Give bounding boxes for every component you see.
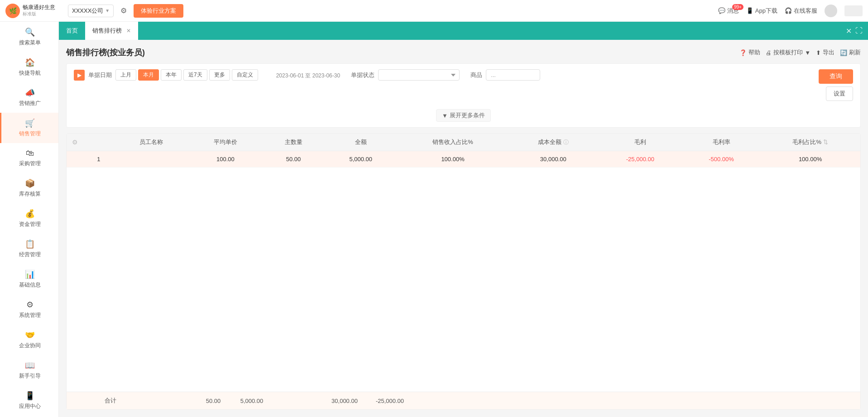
- sales-icon: 🛒: [25, 118, 35, 128]
- service-label: 在线客服: [794, 7, 817, 15]
- filter-toggle-btn[interactable]: ▶: [74, 70, 85, 81]
- settings-icon[interactable]: ⚙: [117, 5, 130, 17]
- footer-avg-price: [150, 398, 195, 404]
- refresh-btn[interactable]: 🔄 刷新: [840, 48, 861, 57]
- col-employee: 员工名称: [114, 134, 188, 151]
- sidebar-label-home: 快捷导航: [19, 69, 41, 77]
- maximize-icon[interactable]: ⛶: [855, 27, 863, 35]
- app-download-btn[interactable]: 📱 App下载: [746, 7, 777, 15]
- company-name: XXXXX公司: [72, 7, 103, 15]
- help-icon: ❓: [739, 49, 747, 56]
- sidebar-item-inventory[interactable]: 📦 库存核算: [0, 173, 58, 203]
- footer-sales-pct: [272, 398, 322, 404]
- print-btn[interactable]: 🖨 按模板打印 ▼: [766, 48, 810, 57]
- footer-label: 合计: [105, 397, 150, 405]
- logo-text: 畅康通好生意: [23, 4, 55, 11]
- sidebar-item-sales[interactable]: 🛒 销售管理: [0, 113, 58, 143]
- page-actions: ❓ 帮助 🖨 按模板打印 ▼ ⬆ 导出 🔄 刷新: [739, 48, 861, 57]
- row-avg-price: 100.00: [188, 151, 263, 168]
- export-btn[interactable]: ⬆ 导出: [816, 48, 834, 57]
- status-select[interactable]: [378, 69, 460, 81]
- date-range-display: 2023-06-01 至 2023-06-30: [276, 72, 340, 80]
- marketing-icon: 📣: [25, 88, 35, 98]
- system-icon: ⚙: [26, 300, 34, 310]
- table-footer: 合计 50.00 5,000.00 30,000.00 -25,000.00: [67, 392, 860, 409]
- row-main-qty: 50.00: [263, 151, 324, 168]
- tab-close-icon[interactable]: ✕: [126, 28, 131, 34]
- sidebar-label-management: 经营管理: [19, 251, 41, 259]
- footer-gross-rate: [412, 398, 453, 404]
- sidebar-item-search[interactable]: 🔍 搜索菜单: [0, 22, 58, 52]
- help-btn[interactable]: ❓ 帮助: [739, 48, 760, 57]
- sidebar-item-home[interactable]: 🏠 快捷导航: [0, 52, 58, 82]
- management-icon: 📋: [25, 239, 35, 249]
- headset-icon: 🎧: [785, 7, 792, 14]
- guide-icon: 📖: [25, 360, 35, 370]
- online-service-btn[interactable]: 🎧 在线客服: [785, 7, 817, 15]
- sidebar-item-system[interactable]: ⚙ 系统管理: [0, 294, 58, 325]
- message-btn[interactable]: 💬 消息 99+: [718, 7, 739, 15]
- expand-icon: ▼: [442, 112, 448, 119]
- row-settings-col: [67, 151, 83, 168]
- sidebar-item-purchase[interactable]: 🛍 采购管理: [0, 143, 58, 173]
- sidebar-item-basic-info[interactable]: 📊 基础信息: [0, 264, 58, 294]
- date-btn-thisyear[interactable]: 本年: [161, 69, 182, 81]
- basic-info-icon: 📊: [25, 269, 35, 279]
- sidebar-label-apps: 应用中心: [19, 403, 41, 410]
- app-label: App下载: [755, 7, 777, 15]
- goods-input[interactable]: ...: [486, 69, 540, 81]
- sidebar-item-apps[interactable]: 📱 应用中心: [0, 385, 58, 416]
- avatar[interactable]: [825, 5, 837, 17]
- apps-icon: 📱: [25, 391, 35, 401]
- experience-btn[interactable]: 体验行业方案: [134, 4, 183, 18]
- date-btn-thismonth[interactable]: 本月: [138, 69, 159, 81]
- sidebar-item-guide[interactable]: 📖 新手引导: [0, 355, 58, 385]
- column-settings-icon[interactable]: ⚙: [72, 139, 78, 146]
- sidebar-label-guide: 新手引导: [19, 372, 41, 380]
- sidebar-item-enterprise[interactable]: 🤝 企业协同: [0, 325, 58, 355]
- expand-row: ▼ 展开更多条件: [74, 105, 853, 122]
- row-sales-pct: 100.00%: [397, 151, 508, 168]
- main-layout: 🔍 搜索菜单 🏠 快捷导航 📣 营销推广 🛒 销售管理 🛍 采购管理 📦 库存核…: [0, 22, 868, 417]
- date-btn-lastmonth[interactable]: 上月: [115, 69, 136, 81]
- table-row: 1 100.00 50.00 5,000.00 100.00% 30,000.0…: [67, 151, 860, 168]
- row-cost: 30,000.00: [508, 151, 598, 168]
- user-name[interactable]: [844, 5, 863, 16]
- tab-sales-label: 销售排行榜: [92, 27, 122, 35]
- col-cost: 成本全额 ⓘ: [508, 134, 598, 151]
- page-content: 销售排行榜(按业务员) ❓ 帮助 🖨 按模板打印 ▼ ⬆ 导出: [59, 40, 868, 417]
- row-gross: -25,000.00: [598, 151, 682, 168]
- tab-home[interactable]: 首页: [59, 22, 85, 40]
- sort-icon[interactable]: ⇅: [823, 139, 828, 145]
- sidebar-label-sales: 销售管理: [19, 130, 41, 138]
- close-window-icon[interactable]: ✕: [846, 27, 852, 35]
- expand-more-btn[interactable]: ▼ 展开更多条件: [436, 109, 491, 122]
- sidebar-label-finance: 资金管理: [19, 220, 41, 228]
- tab-sales-ranking[interactable]: 销售排行榜 ✕: [85, 22, 138, 40]
- tab-home-label: 首页: [66, 27, 78, 35]
- info-icon: ⓘ: [563, 139, 569, 145]
- logo-badge: 标准版: [23, 11, 55, 17]
- query-btn[interactable]: 查询: [819, 69, 853, 84]
- row-rank: 1: [83, 151, 114, 168]
- goods-filter-label: 商品: [470, 71, 482, 79]
- filter-settings-btn[interactable]: 设置: [826, 86, 853, 101]
- message-icon: 💬: [718, 7, 725, 14]
- sidebar-item-management[interactable]: 📋 经营管理: [0, 234, 58, 264]
- date-btn-7days[interactable]: 近7天: [183, 69, 207, 81]
- col-settings: ⚙: [67, 134, 83, 151]
- message-badge: 99+: [732, 4, 743, 10]
- col-gross-pct: 毛利占比% ⇅: [760, 134, 860, 151]
- sidebar-label-marketing: 营销推广: [19, 100, 41, 107]
- company-selector[interactable]: XXXXX公司 ▼: [68, 5, 114, 17]
- date-filter-label: 单据日期: [88, 71, 112, 79]
- sidebar-item-marketing[interactable]: 📣 营销推广: [0, 82, 58, 113]
- col-rank: [83, 134, 114, 151]
- date-btn-custom[interactable]: 自定义: [232, 69, 258, 81]
- logo-area: 🌿 畅康通好生意 标准版: [5, 4, 55, 18]
- date-btn-more[interactable]: 更多: [209, 69, 230, 81]
- sidebar-item-finance[interactable]: 💰 资金管理: [0, 203, 58, 234]
- col-gross-rate: 毛利率: [682, 134, 760, 151]
- status-filter: 单据状态: [351, 69, 460, 81]
- sidebar-label-basic-info: 基础信息: [19, 281, 41, 289]
